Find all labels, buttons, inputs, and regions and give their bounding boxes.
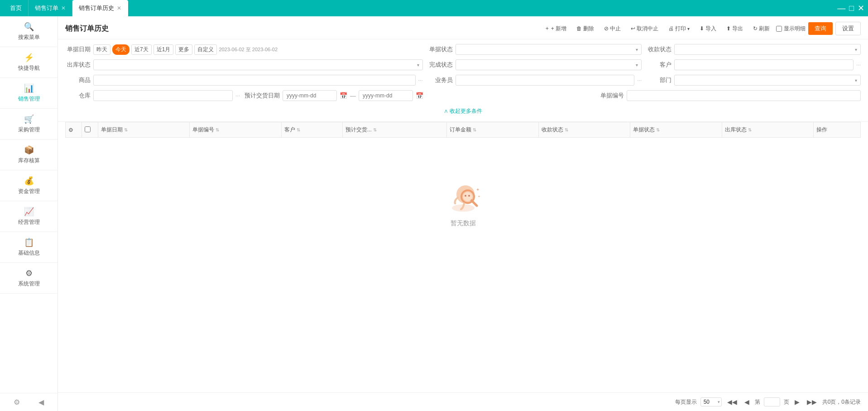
main-layout: 🔍 搜索菜单 ⚡ 快捷导航 📊 销售管理 🛒 采购管理 📦 库存核算 💰 资金管… bbox=[0, 16, 868, 411]
first-page-btn[interactable]: ◀◀ bbox=[725, 397, 739, 406]
expected-date-to[interactable] bbox=[359, 90, 413, 101]
page-input[interactable]: 1 bbox=[764, 397, 780, 406]
sidebar-item-finance[interactable]: 💰 资金管理 bbox=[0, 170, 58, 201]
minimize-btn[interactable]: — bbox=[837, 4, 845, 13]
per-page-select[interactable]: 20 50 100 bbox=[700, 397, 722, 406]
payment-status-select[interactable] bbox=[674, 44, 861, 55]
order-status-select[interactable] bbox=[456, 44, 642, 55]
sidebar: 🔍 搜索菜单 ⚡ 快捷导航 📊 销售管理 🛒 采购管理 📦 库存核算 💰 资金管… bbox=[0, 16, 58, 411]
expected-date-to-icon[interactable]: 📅 bbox=[416, 92, 423, 99]
order-no-input[interactable] bbox=[627, 90, 861, 101]
export-label: 导出 bbox=[732, 25, 743, 33]
sidebar-item-sales-mgmt[interactable]: 📊 销售管理 bbox=[0, 78, 58, 109]
complete-status-label: 完成状态 bbox=[427, 61, 453, 69]
sidebar-item-purchase-mgmt-label: 采购管理 bbox=[18, 126, 40, 134]
filter-salesperson: 业务员 ··· bbox=[427, 75, 642, 86]
sort-payment-status-icon[interactable]: ⇅ bbox=[565, 127, 568, 132]
prev-page-btn[interactable]: ◀ bbox=[743, 397, 751, 406]
expected-date-from-icon[interactable]: 📅 bbox=[340, 92, 347, 99]
filter-order-status: 单据状态 bbox=[427, 44, 642, 55]
operations-icon: 📈 bbox=[24, 207, 34, 217]
refresh-button[interactable]: ↻ 刷新 bbox=[749, 23, 773, 34]
th-payment-status-label: 收款状态 bbox=[542, 126, 563, 134]
new-button[interactable]: + + 新增 bbox=[542, 23, 570, 34]
goods-dots[interactable]: ··· bbox=[418, 77, 423, 83]
complete-status-select[interactable] bbox=[456, 59, 642, 70]
tab-sales-order[interactable]: 销售订单 ✕ bbox=[29, 0, 72, 16]
th-checkbox[interactable] bbox=[82, 122, 98, 138]
print-dropdown-icon: ▾ bbox=[687, 26, 690, 31]
tab-home[interactable]: 首页 bbox=[4, 0, 29, 16]
sort-outbound-status-icon[interactable]: ⇅ bbox=[748, 127, 752, 132]
customer-input[interactable] bbox=[674, 59, 854, 70]
tab-sales-order-close[interactable]: ✕ bbox=[61, 5, 66, 11]
purchase-mgmt-icon: 🛒 bbox=[24, 114, 34, 124]
sidebar-settings-icon[interactable]: ⚙ bbox=[14, 398, 20, 406]
setting-button[interactable]: 设置 bbox=[835, 22, 861, 35]
maximize-btn[interactable]: □ bbox=[849, 4, 854, 13]
th-payment-status: 收款状态 ⇅ bbox=[538, 122, 630, 138]
sort-order-no-icon[interactable]: ⇅ bbox=[216, 127, 219, 132]
filter-goods: 商品 ··· bbox=[65, 75, 423, 86]
sidebar-item-system-mgmt[interactable]: ⚙ 系统管理 bbox=[0, 263, 58, 294]
filter-row-2: 出库状态 完成状态 客户 bbox=[65, 59, 861, 70]
last1month-btn[interactable]: 近1月 bbox=[153, 44, 174, 55]
close-btn[interactable]: ✕ bbox=[858, 3, 864, 13]
sidebar-item-base-info[interactable]: 📋 基础信息 bbox=[0, 232, 58, 263]
export-button[interactable]: ⬆ 导出 bbox=[723, 23, 747, 34]
last7-btn[interactable]: 近7天 bbox=[131, 44, 152, 55]
sidebar-item-purchase-mgmt[interactable]: 🛒 采购管理 bbox=[0, 109, 58, 140]
svg-point-4 bbox=[463, 192, 472, 201]
print-icon: 🖨 bbox=[668, 25, 674, 32]
dept-select[interactable] bbox=[674, 75, 861, 86]
warehouse-dots[interactable]: ··· bbox=[235, 92, 240, 99]
today-btn[interactable]: 今天 bbox=[112, 44, 129, 55]
svg-text:✦: ✦ bbox=[476, 187, 480, 192]
outbound-status-select[interactable] bbox=[93, 59, 423, 70]
goods-input[interactable] bbox=[93, 75, 416, 86]
base-info-icon: 📋 bbox=[24, 237, 34, 247]
delete-button[interactable]: 🗑 删除 bbox=[573, 23, 598, 34]
display-detail-checkbox[interactable]: 显示明细 bbox=[776, 25, 806, 33]
sidebar-collapse-icon[interactable]: ◀ bbox=[38, 398, 44, 406]
order-no-label: 单据编号 bbox=[599, 92, 624, 100]
salesperson-input[interactable] bbox=[456, 75, 635, 86]
sidebar-item-search-menu[interactable]: 🔍 搜索菜单 bbox=[0, 16, 58, 47]
warehouse-input[interactable] bbox=[93, 90, 233, 101]
import-icon: ⬇ bbox=[700, 25, 704, 32]
sort-order-status-icon[interactable]: ⇅ bbox=[656, 127, 660, 132]
select-all-checkbox[interactable] bbox=[85, 126, 91, 132]
sidebar-item-base-info-label: 基础信息 bbox=[18, 249, 40, 257]
cancel-stop-label: 取消中止 bbox=[637, 25, 658, 33]
custom-btn[interactable]: 自定义 bbox=[194, 44, 217, 55]
sort-customer-icon[interactable]: ⇅ bbox=[297, 127, 300, 132]
sidebar-item-operations[interactable]: 📈 经营管理 bbox=[0, 201, 58, 232]
query-button[interactable]: 查询 bbox=[808, 22, 833, 35]
customer-dots[interactable]: ··· bbox=[856, 62, 861, 68]
sort-date-icon[interactable]: ⇅ bbox=[124, 127, 128, 132]
tab-home-label: 首页 bbox=[10, 4, 22, 12]
more-btn[interactable]: 更多 bbox=[175, 44, 192, 55]
cancel-stop-button[interactable]: ↩ 取消中止 bbox=[627, 23, 662, 34]
sidebar-item-inventory[interactable]: 📦 库存核算 bbox=[0, 140, 58, 170]
sidebar-item-quick-nav[interactable]: ⚡ 快捷导航 bbox=[0, 47, 58, 78]
print-button[interactable]: 🖨 打印 ▾ bbox=[665, 23, 693, 34]
last-page-btn[interactable]: ▶▶ bbox=[805, 397, 819, 406]
sidebar-item-operations-label: 经营管理 bbox=[18, 218, 40, 226]
tab-sales-order-history-close[interactable]: ✕ bbox=[117, 5, 121, 11]
settings-icon[interactable]: ⚙ bbox=[68, 127, 73, 133]
import-button[interactable]: ⬇ 导入 bbox=[696, 23, 720, 34]
sort-expected-date-icon[interactable]: ⇅ bbox=[373, 127, 377, 132]
yesterday-btn[interactable]: 昨天 bbox=[93, 44, 110, 55]
expected-date-from[interactable] bbox=[283, 90, 337, 101]
tab-sales-order-history[interactable]: 销售订单历史 ✕ bbox=[72, 0, 128, 16]
sort-amount-icon[interactable]: ⇅ bbox=[473, 127, 476, 132]
stop-button[interactable]: ⊘ 中止 bbox=[600, 23, 624, 34]
next-page-btn[interactable]: ▶ bbox=[793, 397, 801, 406]
th-customer: 客户 ⇅ bbox=[281, 122, 342, 138]
collapse-more-btn[interactable]: ∧ 收起更多条件 bbox=[65, 106, 861, 117]
salesperson-dots[interactable]: ··· bbox=[637, 77, 642, 83]
system-mgmt-icon: ⚙ bbox=[25, 268, 33, 278]
display-detail-input[interactable] bbox=[776, 26, 782, 32]
th-settings[interactable]: ⚙ bbox=[66, 122, 82, 138]
